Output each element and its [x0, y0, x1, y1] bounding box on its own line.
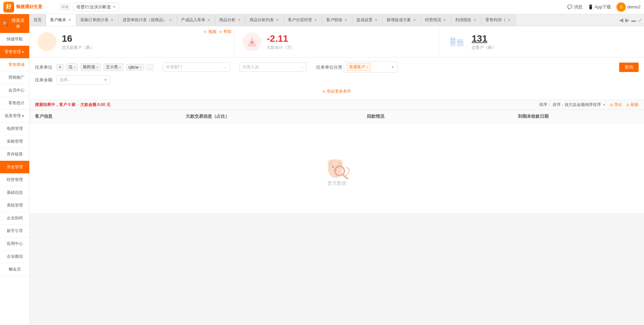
- tab-close-new-achievement[interactable]: ✕: [412, 17, 417, 23]
- tab-scroll-left[interactable]: ◀: [619, 17, 623, 23]
- tab-close-retail-profit[interactable]: ✕: [507, 17, 511, 23]
- sidebar-item-enterprise-collab[interactable]: 企业协同: [0, 212, 29, 225]
- top-bar-actions: 💬 消息 📱 App下载 d demo2: [567, 2, 641, 12]
- filter-person-select[interactable]: 分管人员 ···: [240, 63, 307, 72]
- filter-dept-select[interactable]: 分管部门 ···: [163, 63, 230, 72]
- tab-maximize[interactable]: ⤢: [638, 17, 642, 23]
- tab-profit-report[interactable]: 利润报告 ✕: [451, 14, 481, 26]
- tab-home[interactable]: 首页: [30, 14, 46, 26]
- sidebar-item-purchase-mgmt[interactable]: 采购管理: [0, 135, 29, 148]
- tab-customer-contact[interactable]: 客户联络 ✕: [322, 14, 352, 26]
- remove-unit-chen[interactable]: ×: [96, 65, 98, 69]
- sidebar-item-capital-mgmt[interactable]: 资金管理: [0, 161, 29, 174]
- refresh-button[interactable]: ⊙ 刷新: [626, 102, 639, 108]
- sidebar-search[interactable]: 🔍 搜索菜单: [0, 14, 29, 33]
- tab-close-customer-accounts[interactable]: ✕: [68, 17, 72, 23]
- sidebar-item-app-center[interactable]: 应用中心: [0, 238, 29, 250]
- filter-tag-unit-cjttcw[interactable]: cjttcw ×: [126, 64, 144, 71]
- sidebar-item-retail-stats[interactable]: 零售统计: [0, 97, 29, 110]
- account-dropdown[interactable]: 母婴行业演示帐套 ▼: [73, 3, 119, 11]
- export-button[interactable]: ⊙ 导出: [610, 102, 622, 108]
- tab-close-purchase-order-stats[interactable]: ✕: [110, 17, 114, 23]
- video-help-link[interactable]: ⊙ 视频: [204, 29, 216, 35]
- user-menu[interactable]: d demo2: [616, 2, 641, 12]
- remove-unit-class[interactable]: ×: [366, 65, 368, 69]
- page-content: ¥ 16 总欠款客户（家） ⊙ 视频 ⊙ 帮助: [30, 26, 644, 325]
- filter-tag-unit-chen[interactable]: 陈民强 ×: [81, 63, 100, 71]
- app-download-button[interactable]: 📱 App下载: [588, 4, 611, 10]
- tab-new-achievement[interactable]: 新增提成方案 ✕: [383, 14, 421, 26]
- filter-tag-unit-wang[interactable]: 王小亮 ×: [103, 63, 123, 71]
- svg-text:✦: ✦: [250, 40, 254, 45]
- tab-close-customer-contact[interactable]: ✕: [344, 17, 348, 23]
- sidebar-item-system-mgmt[interactable]: 系统管理: [0, 199, 29, 212]
- tab-close-business-status[interactable]: ✕: [442, 17, 447, 23]
- col-header-customer: 客户信息: [35, 113, 186, 119]
- tab-close-purchase-stats-by-product[interactable]: ✕: [168, 17, 173, 23]
- tab-close-product-analysis-list[interactable]: ✕: [275, 17, 280, 23]
- svg-rect-6: [451, 39, 452, 40]
- stat-label-overdue: 欠款合计（万）: [267, 45, 295, 50]
- tab-business-status[interactable]: 经营情况 ✕: [421, 14, 451, 26]
- sidebar-item-marketing[interactable]: 营销推广: [0, 71, 29, 84]
- sort-selector[interactable]: 排序： 排序：按欠款金额倒序排序 ▼: [539, 102, 606, 108]
- tab-purchase-order-stats[interactable]: 采购订单统计表 ✕: [76, 14, 119, 26]
- sidebar-item-new-user-guide[interactable]: 新手引导: [0, 225, 29, 238]
- tab-close-customer-segment[interactable]: ✕: [313, 17, 318, 23]
- sidebar-item-retail-mgmt[interactable]: 零售管理 ▼: [0, 46, 29, 59]
- filter-remainder-select[interactable]: 选择... ▼: [56, 75, 110, 84]
- stat-info-overdue: -2.11 欠款合计（万）: [267, 33, 295, 50]
- remove-unit-wang[interactable]: ×: [119, 65, 121, 69]
- filter-unit-class-tag[interactable]: 普通客户 ×: [347, 63, 371, 71]
- sidebar-item-inventory-check[interactable]: 库存核算: [0, 148, 29, 161]
- sidebar: 🔍 搜索菜单 快捷导航 零售管理 ▼ 零售商城 营销推广 会员中心 零售统计 批…: [0, 14, 30, 325]
- sidebar-item-ecommerce-mgmt[interactable]: 电商管理: [0, 122, 29, 135]
- sidebar-item-member-plus[interactable]: 畅会员: [0, 263, 29, 276]
- query-button[interactable]: 查询: [619, 63, 639, 72]
- svg-rect-5: [457, 39, 464, 46]
- filter-unit-class-select[interactable]: 普通客户 × ▼: [344, 62, 397, 73]
- tab-product-analysis[interactable]: 商品分析 ✕: [215, 14, 246, 26]
- results-info: 搜索结果中，客户 0 家 欠款金额 0.00 元: [35, 102, 111, 108]
- tab-product-analysis-list[interactable]: 商品分析列表 ✕: [246, 14, 284, 26]
- main-layout: 🔍 搜索菜单 快捷导航 零售管理 ▼ 零售商城 营销推广 会员中心 零售统计 批…: [0, 14, 644, 325]
- tab-customer-accounts[interactable]: 客户账本 ✕: [46, 14, 76, 26]
- tab-minimize[interactable]: ▬: [631, 17, 636, 23]
- refresh-icon: ⊙: [626, 103, 630, 107]
- svg-rect-10: [458, 41, 459, 42]
- tab-close-profit-report[interactable]: ✕: [473, 17, 477, 23]
- filter-tag-unit-all[interactable]: ×: [56, 64, 63, 71]
- filter-tag-unit-wu[interactable]: 伍 ×: [66, 63, 78, 71]
- table-header: 客户信息 欠款交易信息（占比） 回款情况 到期未收款日期: [30, 110, 644, 123]
- tab-retail-profit[interactable]: 零售利润（ ✕: [481, 14, 516, 26]
- tab-close-product-analysis[interactable]: ✕: [237, 17, 241, 23]
- stat-value-overdue: -2.11: [267, 33, 295, 44]
- remove-unit-cjttcw[interactable]: ×: [139, 65, 141, 69]
- tab-close-tip-settings[interactable]: ✕: [374, 17, 378, 23]
- sidebar-item-enterprise-wechat[interactable]: 企业微信: [0, 250, 29, 263]
- sidebar-item-retail-mall[interactable]: 零售商城: [0, 59, 29, 71]
- message-button[interactable]: 💬 消息: [567, 4, 583, 10]
- empty-state-icon: [320, 150, 354, 180]
- sidebar-item-quick-nav[interactable]: 快捷导航: [0, 33, 29, 46]
- sidebar-item-member-center[interactable]: 会员中心: [0, 84, 29, 97]
- help-link[interactable]: ⊙ 帮助: [219, 29, 231, 35]
- tab-product-storage[interactable]: 产成品入库单 ✕: [177, 14, 215, 26]
- collapse-filters[interactable]: ∧ 收起更多条件: [35, 87, 639, 96]
- tab-customer-segment[interactable]: 客户分层经营 ✕: [284, 14, 322, 26]
- search-icon: 🔍: [3, 21, 8, 26]
- sidebar-item-business-mgmt[interactable]: 经营管理: [0, 174, 29, 186]
- stat-label-customers: 总欠款客户（家）: [62, 45, 94, 50]
- sidebar-item-wholesale-mgmt[interactable]: 批发管理 ▼: [0, 110, 29, 122]
- sidebar-item-basic-info[interactable]: 基础信息: [0, 186, 29, 199]
- tab-scroll-right[interactable]: ▶: [625, 17, 629, 23]
- tab-purchase-stats-by-product[interactable]: 进货单统计表（按商品） ✕: [119, 14, 177, 26]
- app-version: 标版: [60, 4, 71, 10]
- tab-close-product-storage[interactable]: ✕: [207, 17, 211, 23]
- stat-help-links: ⊙ 视频 ⊙ 帮助: [204, 29, 231, 35]
- svg-rect-11: [460, 41, 462, 42]
- account-dropdown-arrow: ▼: [113, 5, 116, 9]
- filter-more-units[interactable]: ...: [147, 64, 154, 71]
- remove-unit-wu[interactable]: ×: [74, 65, 76, 69]
- tab-tip-settings[interactable]: 提成设置 ✕: [352, 14, 383, 26]
